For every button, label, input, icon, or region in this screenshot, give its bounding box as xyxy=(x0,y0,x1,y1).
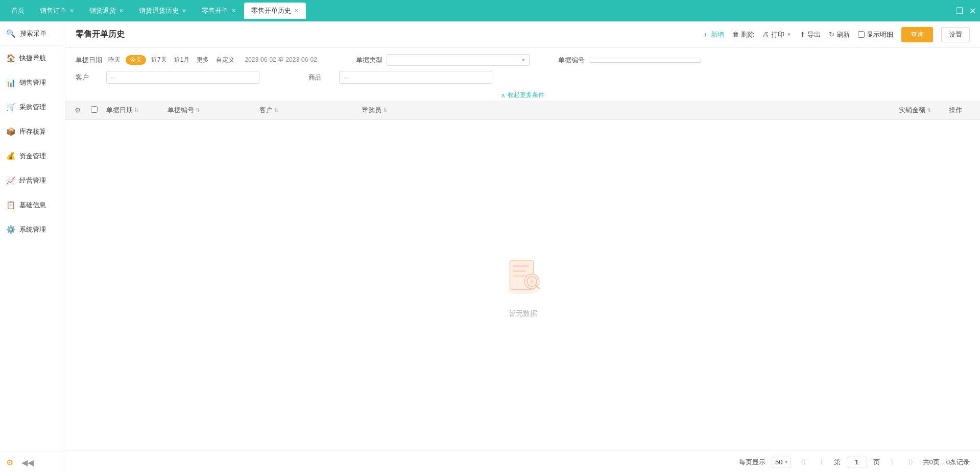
th-ops: 操作 xyxy=(935,106,976,115)
date-last7[interactable]: 近7天 xyxy=(149,55,169,65)
tab-sales-order-close[interactable]: ✕ xyxy=(69,8,74,14)
tab-retail-history-close[interactable]: ✕ xyxy=(294,8,299,14)
add-label: 新增 xyxy=(711,30,724,39)
page-label: 第 xyxy=(834,458,841,467)
print-button[interactable]: 🖨 打印 ▼ xyxy=(762,30,792,39)
sidebar-item-inventory-label: 库存核算 xyxy=(19,127,46,136)
tab-sales-order[interactable]: 销售订单 ✕ xyxy=(33,3,81,19)
print-arrow-icon: ▼ xyxy=(786,32,792,37)
show-detail-checkbox[interactable]: 显示明细 xyxy=(858,30,893,39)
settings-button[interactable]: 设置 xyxy=(941,27,970,42)
table-settings-icon[interactable]: ⚙ xyxy=(69,106,86,114)
sidebar-item-sales-mgmt[interactable]: 📊 销售管理 xyxy=(0,70,65,95)
tab-sales-return-label: 销货退货 xyxy=(89,6,116,15)
tab-bar-right: ❐ ✕ xyxy=(956,6,976,16)
filter-row-1: 单据日期 昨天 今天 近7天 近1月 更多 自定义 2023-06-02 至 2… xyxy=(76,54,970,66)
sidebar-item-purchase-mgmt-label: 采购管理 xyxy=(19,103,46,112)
tab-sales-return-history-label: 销货退货历史 xyxy=(139,6,179,15)
date-last1m[interactable]: 近1月 xyxy=(172,55,192,65)
tab-home[interactable]: 首页 xyxy=(4,3,32,19)
add-button[interactable]: ＋ 新增 xyxy=(702,30,724,39)
date-yesterday[interactable]: 昨天 xyxy=(106,55,123,65)
tab-sales-return-close[interactable]: ✕ xyxy=(119,8,124,14)
table-check-all[interactable] xyxy=(86,106,102,114)
filter-goods-label: 商品 xyxy=(308,73,335,82)
sidebar-item-finance-label: 资金管理 xyxy=(19,152,46,161)
refresh-button[interactable]: ↻ 刷新 xyxy=(829,30,850,39)
settings-icon[interactable]: ⚙ xyxy=(6,458,13,467)
pagination-next-btn[interactable]: ⟩ xyxy=(886,456,898,468)
operation-icon: 📈 xyxy=(6,176,15,185)
tab-retail-open-close[interactable]: ✕ xyxy=(231,8,236,14)
sidebar-bottom: ⚙ ◀◀ xyxy=(0,452,65,473)
tab-retail-open[interactable]: 零售开单 ✕ xyxy=(195,3,243,19)
tab-sales-return-history[interactable]: 销货退货历史 ✕ xyxy=(132,3,194,19)
sidebar-item-finance[interactable]: 💰 资金管理 xyxy=(0,144,65,168)
tab-sales-return[interactable]: 销货退货 ✕ xyxy=(82,3,131,19)
page-input[interactable] xyxy=(847,457,867,467)
th-date[interactable]: 单据日期 ⇅ xyxy=(102,106,163,115)
filter-number-input[interactable] xyxy=(589,58,701,63)
check-all-input[interactable] xyxy=(91,106,98,113)
sidebar-item-system[interactable]: ⚙️ 系统管理 xyxy=(0,217,65,242)
export-button[interactable]: ⬆ 导出 xyxy=(800,30,821,39)
svg-rect-3 xyxy=(513,270,526,272)
show-detail-input[interactable] xyxy=(858,31,865,38)
basic-info-icon: 📋 xyxy=(6,201,15,210)
query-button[interactable]: 查询 xyxy=(901,27,933,42)
th-ops-label: 操作 xyxy=(949,106,962,115)
filter-number-label: 单据编号 xyxy=(558,56,585,65)
print-label: 打印 xyxy=(771,30,784,39)
tab-retail-history[interactable]: 零售开单历史 ✕ xyxy=(244,3,306,19)
filter-type-item: 单据类型 ▾ xyxy=(356,54,530,66)
main-layout: 🔍 搜索采单 🏠 快捷导航 📊 销售管理 🛒 采购管理 📦 库存核算 💰 xyxy=(0,21,980,473)
sidebar-nav: 🏠 快捷导航 📊 销售管理 🛒 采购管理 📦 库存核算 💰 资金管理 📈 xyxy=(0,46,65,452)
filter-customer-label: 客户 xyxy=(76,73,102,82)
filter-customer-item: 客户 ··· xyxy=(76,71,259,84)
per-page-select[interactable]: 50 ▾ xyxy=(772,457,791,467)
tab-bar: 首页 销售订单 ✕ 销货退货 ✕ 销货退货历史 ✕ 零售开单 ✕ 零售开单历史 … xyxy=(0,0,980,21)
th-number-label: 单据编号 xyxy=(168,106,194,115)
search-icon: 🔍 xyxy=(6,29,16,38)
inventory-icon: 📦 xyxy=(6,127,15,136)
th-number[interactable]: 单据编号 ⇅ xyxy=(163,106,255,115)
tab-home-label: 首页 xyxy=(11,6,25,15)
table-header: ⚙ 单据日期 ⇅ 单据编号 ⇅ 客户 ⇅ 导购员 ⇅ xyxy=(65,101,980,120)
window-restore-btn[interactable]: ❐ xyxy=(956,6,963,16)
filter-type-arrow-icon: ▾ xyxy=(522,57,525,63)
sidebar-item-inventory[interactable]: 📦 库存核算 xyxy=(0,119,65,144)
th-customer-sort-icon: ⇅ xyxy=(274,107,278,113)
filter-customer-input[interactable]: ··· xyxy=(106,71,259,84)
window-close-btn[interactable]: ✕ xyxy=(969,6,976,16)
sidebar-item-quick-nav[interactable]: 🏠 快捷导航 xyxy=(0,46,65,70)
collapse-sidebar-icon[interactable]: ◀◀ xyxy=(21,458,34,467)
date-today[interactable]: 今天 xyxy=(126,55,146,65)
filter-type-select[interactable]: ▾ xyxy=(387,54,530,66)
th-amount-label: 实销金额 xyxy=(899,106,925,115)
sidebar-item-operation[interactable]: 📈 经营管理 xyxy=(0,168,65,193)
th-amount-sort-icon: ⇅ xyxy=(927,107,931,113)
refresh-icon: ↻ xyxy=(829,31,834,38)
sidebar-item-basic-info[interactable]: 📋 基础信息 xyxy=(0,193,65,217)
sidebar-search[interactable]: 🔍 搜索采单 xyxy=(0,21,65,46)
date-range-display: 2023-06-02 至 2023-06-02 xyxy=(245,56,317,63)
th-customer[interactable]: 客户 ⇅ xyxy=(255,106,357,115)
date-custom[interactable]: 自定义 xyxy=(214,55,236,65)
collapse-bar[interactable]: ∧ 收起更多条件 xyxy=(76,89,970,101)
th-guide[interactable]: 导购员 ⇅ xyxy=(357,106,419,115)
svg-rect-4 xyxy=(513,275,528,277)
page-of-label: 页 xyxy=(873,458,880,467)
pagination-last-btn[interactable]: ⟩⟩ xyxy=(904,456,917,468)
per-page-label: 每页显示 xyxy=(739,458,766,467)
th-amount[interactable]: 实销金额 ⇅ xyxy=(419,106,935,115)
pagination-prev-btn[interactable]: ⟨ xyxy=(816,456,828,468)
tab-sales-return-history-close[interactable]: ✕ xyxy=(182,8,186,14)
filter-number-item: 单据编号 xyxy=(558,56,701,65)
filter-goods-input[interactable]: ··· xyxy=(339,71,492,84)
delete-icon: 🗑 xyxy=(732,31,739,38)
sidebar-item-purchase-mgmt[interactable]: 🛒 采购管理 xyxy=(0,95,65,119)
date-more[interactable]: 更多 xyxy=(195,55,211,65)
delete-button[interactable]: 🗑 删除 xyxy=(732,30,754,39)
pagination-first-btn[interactable]: ⟨⟨ xyxy=(797,456,809,468)
content-area: 零售开单历史 ＋ 新增 🗑 删除 🖨 打印 ▼ ⬆ 导出 xyxy=(65,21,980,473)
